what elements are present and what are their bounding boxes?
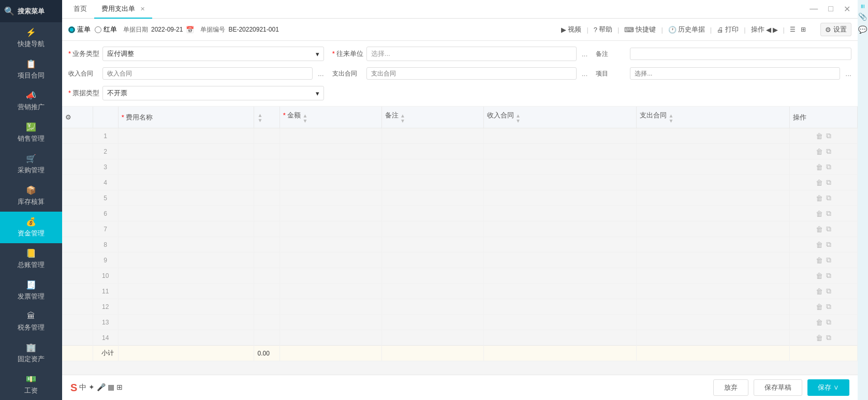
income-contract-more-icon[interactable]: ... <box>318 69 324 78</box>
expense-name-cell[interactable] <box>118 315 254 330</box>
amount-cell[interactable] <box>279 190 381 206</box>
delete-icon[interactable]: 🗑 <box>816 225 823 233</box>
expense-name-cell[interactable] <box>118 190 254 206</box>
remark-input[interactable] <box>630 48 851 60</box>
delete-icon[interactable]: 🗑 <box>816 241 823 249</box>
remark-cell[interactable] <box>381 190 483 206</box>
copy-icon[interactable]: ⧉ <box>826 209 831 218</box>
delete-icon[interactable]: 🗑 <box>816 303 823 311</box>
remark-cell[interactable] <box>381 299 483 315</box>
delete-icon[interactable]: 🗑 <box>816 132 823 140</box>
income-contract-cell[interactable] <box>483 268 636 284</box>
radio-blue-input[interactable] <box>68 26 75 33</box>
remark-cell[interactable] <box>381 253 483 268</box>
col-expense-name[interactable]: * 费用名称 <box>118 107 254 128</box>
brand-icon-zhong[interactable]: 中 <box>79 383 86 392</box>
income-contract-cell[interactable] <box>483 284 636 299</box>
radio-red-label[interactable]: 红单 <box>95 25 117 34</box>
income-contract-cell[interactable] <box>483 299 636 315</box>
copy-icon[interactable]: ⧉ <box>826 225 831 233</box>
income-contract-cell[interactable] <box>483 206 636 221</box>
save-button[interactable]: 保存 ∨ <box>807 379 849 396</box>
video-button[interactable]: ▶ 视频 <box>561 25 581 34</box>
expense-contract-cell[interactable] <box>637 253 789 268</box>
delete-icon[interactable]: 🗑 <box>816 318 823 327</box>
grid-view-button[interactable]: ☰ <box>790 26 796 33</box>
amount-cell[interactable] <box>279 284 381 299</box>
sidebar-item-assets[interactable]: 🏢 固定资产 <box>0 337 62 369</box>
delete-icon[interactable]: 🗑 <box>816 256 823 264</box>
col-amount[interactable]: * 金额 ▲▼ <box>279 107 381 128</box>
remark-cell[interactable] <box>381 206 483 221</box>
expense-contract-cell[interactable] <box>637 144 789 159</box>
delete-icon[interactable]: 🗑 <box>816 287 823 295</box>
settings-button[interactable]: ⚙ 设置 <box>820 23 851 36</box>
remark-cell[interactable] <box>381 175 483 190</box>
invoice-type-select[interactable]: 不开票 ▾ <box>102 86 323 100</box>
sidebar-item-sales[interactable]: 💹 销售管理 <box>0 117 62 149</box>
delete-icon[interactable]: 🗑 <box>816 194 823 202</box>
sidebar-search-label[interactable]: 搜索菜单 <box>18 7 45 16</box>
expense-contract-input[interactable] <box>366 67 577 80</box>
right-panel-icon-3[interactable]: 💬 <box>859 25 867 34</box>
expense-name-cell[interactable] <box>118 253 254 268</box>
expense-name-cell[interactable] <box>118 206 254 221</box>
income-contract-cell[interactable] <box>483 175 636 190</box>
expense-contract-more-icon[interactable]: ... <box>582 69 588 78</box>
expense-contract-cell[interactable] <box>637 299 789 315</box>
sidebar-item-finance[interactable]: 💰 资金管理 <box>0 212 62 243</box>
expense-name-cell[interactable] <box>118 144 254 159</box>
sidebar-item-quick-nav[interactable]: ⚡ 快捷导航 <box>0 22 62 54</box>
copy-icon[interactable]: ⧉ <box>826 178 831 187</box>
expense-contract-cell[interactable] <box>637 221 789 237</box>
remark-cell[interactable] <box>381 330 483 346</box>
copy-icon[interactable]: ⧉ <box>826 162 831 171</box>
col-income-contract[interactable]: 收入合同 ▲▼ <box>483 107 636 128</box>
history-button[interactable]: 🕐 历史单据 <box>668 25 705 34</box>
sidebar-item-salary[interactable]: 💵 工资 <box>0 369 62 400</box>
col-expense-contract[interactable]: 支出合同 ▲▼ <box>637 107 789 128</box>
expense-name-cell[interactable] <box>118 299 254 315</box>
amount-cell[interactable] <box>279 268 381 284</box>
tab-expense-form[interactable]: 费用支出单 ✕ <box>94 0 152 19</box>
counterparty-more-icon[interactable]: ... <box>582 50 588 58</box>
income-contract-cell[interactable] <box>483 144 636 159</box>
copy-icon[interactable]: ⧉ <box>826 271 831 280</box>
remark-cell[interactable] <box>381 128 483 144</box>
remark-cell[interactable] <box>381 268 483 284</box>
copy-icon[interactable]: ⧉ <box>826 194 831 202</box>
copy-icon[interactable]: ⧉ <box>826 333 831 342</box>
calendar-icon[interactable]: 📅 <box>186 26 194 34</box>
right-panel-icon-2[interactable]: 📎 <box>859 12 867 21</box>
amount-cell[interactable] <box>279 315 381 330</box>
delete-icon[interactable]: 🗑 <box>816 272 823 280</box>
discard-button[interactable]: 放弃 <box>713 379 748 396</box>
income-contract-cell[interactable] <box>483 128 636 144</box>
expense-name-cell[interactable] <box>118 221 254 237</box>
copy-icon[interactable]: ⧉ <box>826 302 831 311</box>
sidebar-item-marketing[interactable]: 📣 营销推广 <box>0 85 62 117</box>
amount-cell[interactable] <box>279 128 381 144</box>
expense-name-cell[interactable] <box>118 175 254 190</box>
expense-name-cell[interactable] <box>118 237 254 253</box>
expense-name-cell[interactable] <box>118 159 254 175</box>
right-panel-icon-1[interactable]: ≡ <box>859 4 867 8</box>
amount-cell[interactable] <box>279 206 381 221</box>
brand-icon-grid1[interactable]: ▦ <box>108 383 114 392</box>
expense-name-cell[interactable] <box>118 128 254 144</box>
brand-icon-grid2[interactable]: ⊞ <box>116 383 123 392</box>
income-contract-cell[interactable] <box>483 221 636 237</box>
copy-icon[interactable]: ⧉ <box>826 131 831 140</box>
delete-icon[interactable]: 🗑 <box>816 179 823 187</box>
radio-blue-label[interactable]: 蓝单 <box>68 25 91 34</box>
remark-cell[interactable] <box>381 144 483 159</box>
remark-cell[interactable] <box>381 315 483 330</box>
brand-icon-diamond[interactable]: ✦ <box>89 383 95 392</box>
expense-contract-cell[interactable] <box>637 128 789 144</box>
amount-cell[interactable] <box>279 221 381 237</box>
amount-cell[interactable] <box>279 299 381 315</box>
print-button[interactable]: 🖨 打印 <box>717 25 739 34</box>
income-contract-cell[interactable] <box>483 330 636 346</box>
copy-icon[interactable]: ⧉ <box>826 240 831 249</box>
col-settings[interactable]: ⚙ <box>62 107 93 128</box>
